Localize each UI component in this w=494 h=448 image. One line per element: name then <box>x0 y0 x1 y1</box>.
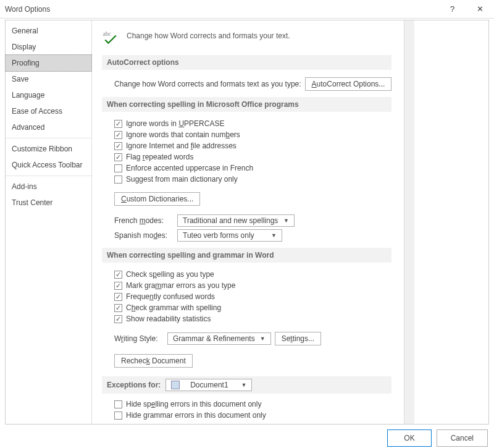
check-readability[interactable] <box>114 315 122 323</box>
window-title: Word Options <box>5 5 50 14</box>
cancel-button[interactable]: Cancel <box>437 429 488 447</box>
check-ignore-numbers[interactable] <box>114 131 122 139</box>
check-hide-grammar-errors[interactable] <box>114 412 122 420</box>
autocorrect-desc: Change how Word corrects and formats tex… <box>114 80 301 88</box>
check-enforce-accented-label: Enforce accented uppercase in French <box>126 164 253 172</box>
check-ignore-internet-label: Ignore Internet and file addresses <box>126 142 237 150</box>
check-flag-repeated-label: Flag repeated words <box>126 153 193 161</box>
spanish-modes-label: Spanish modes: <box>114 231 174 240</box>
check-spelling-as-type-label: Check spelling as you type <box>126 270 214 279</box>
sidebar-item-save[interactable]: Save <box>6 71 91 87</box>
sidebar: General Display Proofing Save Language E… <box>6 20 92 424</box>
check-grammar-with-spelling[interactable] <box>114 304 122 312</box>
sidebar-item-add-ins[interactable]: Add-ins <box>6 179 91 195</box>
writing-style-select[interactable]: Grammar & Refinements▼ <box>167 332 271 345</box>
check-ignore-internet[interactable] <box>114 142 122 150</box>
sidebar-item-proofing[interactable]: Proofing <box>5 54 92 72</box>
content: abc Change how Word corrects and formats… <box>92 20 404 424</box>
check-ignore-numbers-label: Ignore words that contain numbers <box>126 130 240 139</box>
check-frequently-confused-label: Frequently confused words <box>126 292 215 301</box>
check-enforce-accented[interactable] <box>114 164 122 172</box>
check-flag-repeated[interactable] <box>114 153 122 161</box>
check-readability-label: Show readability statistics <box>126 315 211 323</box>
spanish-modes-select[interactable]: Tuteo verb forms only▼ <box>177 229 282 242</box>
section-spelling-word-header: When correcting spelling and grammar in … <box>102 248 391 263</box>
sidebar-item-ease-of-access[interactable]: Ease of Access <box>6 103 91 119</box>
settings-button[interactable]: Settings... <box>275 332 321 345</box>
sidebar-item-display[interactable]: Display <box>6 39 91 55</box>
section-exceptions-header: Exceptions for: Document1▼ <box>102 376 391 394</box>
check-main-dictionary[interactable] <box>114 175 122 184</box>
custom-dictionaries-button[interactable]: Custom Dictionaries... <box>114 192 200 206</box>
writing-style-label: Writing Style: <box>114 334 164 343</box>
sidebar-divider <box>6 175 91 176</box>
check-grammar-with-spelling-label: Check grammar with spelling <box>126 303 221 312</box>
titlebar-controls: ? ✕ <box>438 0 494 19</box>
caret-down-icon: ▼ <box>241 382 246 388</box>
scrollbar[interactable] <box>404 20 414 424</box>
check-ignore-uppercase[interactable] <box>114 120 122 128</box>
autocorrect-options-button[interactable]: AutoCorrect Options... <box>305 77 392 91</box>
sidebar-item-quick-access-toolbar[interactable]: Quick Access Toolbar <box>6 157 91 173</box>
svg-text:abc: abc <box>103 30 111 37</box>
titlebar: Word Options ? ✕ <box>0 0 494 19</box>
check-mark-grammar-label: Mark grammar errors as you type <box>126 281 235 290</box>
sidebar-item-advanced[interactable]: Advanced <box>6 119 91 135</box>
check-hide-grammar-errors-label: Hide grammar errors in this document onl… <box>126 411 266 420</box>
sidebar-item-customize-ribbon[interactable]: Customize Ribbon <box>6 141 91 157</box>
recheck-document-button[interactable]: Recheck Document <box>114 354 193 368</box>
intro-text: Change how Word corrects and formats you… <box>127 29 290 40</box>
document-icon <box>171 381 180 389</box>
caret-down-icon: ▼ <box>283 218 289 224</box>
check-frequently-confused[interactable] <box>114 293 122 301</box>
caret-down-icon: ▼ <box>271 232 277 239</box>
check-main-dictionary-label: Suggest from main dictionary only <box>126 175 238 184</box>
check-spelling-as-type[interactable] <box>114 271 122 279</box>
footer: OK Cancel <box>0 425 494 447</box>
sidebar-item-language[interactable]: Language <box>6 87 91 103</box>
help-button[interactable]: ? <box>438 0 466 19</box>
check-hide-spelling-errors-label: Hide spelling errors in this document on… <box>126 400 261 408</box>
section-autocorrect-header: AutoCorrect options <box>102 55 391 70</box>
caret-down-icon: ▼ <box>260 336 266 342</box>
close-button[interactable]: ✕ <box>466 0 494 19</box>
sidebar-divider <box>6 138 91 138</box>
check-hide-spelling-errors[interactable] <box>114 400 122 408</box>
intro: abc Change how Word corrects and formats… <box>102 29 391 46</box>
sidebar-item-trust-center[interactable]: Trust Center <box>6 195 91 211</box>
french-modes-select[interactable]: Traditional and new spellings▼ <box>177 214 295 227</box>
sidebar-item-general[interactable]: General <box>6 23 91 39</box>
proofing-icon: abc <box>102 29 119 46</box>
ok-button[interactable]: OK <box>387 429 431 447</box>
exceptions-title: Exceptions for: <box>107 381 161 389</box>
check-mark-grammar[interactable] <box>114 282 122 290</box>
french-modes-label: French modes: <box>114 216 174 225</box>
exceptions-document-select[interactable]: Document1▼ <box>165 379 252 391</box>
section-spelling-office-header: When correcting spelling in Microsoft Of… <box>102 97 391 112</box>
content-wrap: abc Change how Word corrects and formats… <box>92 20 414 424</box>
check-ignore-uppercase-label: Ignore words in UPPERCASE <box>126 119 224 128</box>
main-region: General Display Proofing Save Language E… <box>5 20 489 425</box>
